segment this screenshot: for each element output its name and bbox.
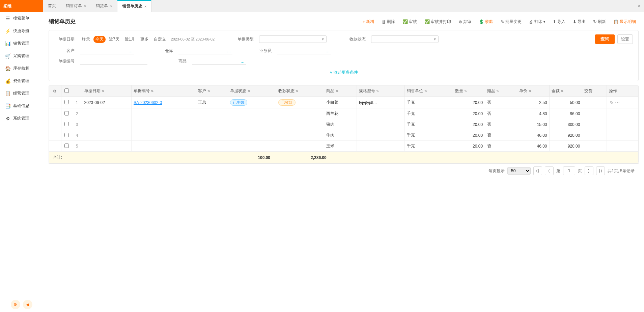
- unit-column-header[interactable]: 销售单位 ⇅: [405, 85, 453, 97]
- audit-button[interactable]: ✅ 审核: [400, 18, 420, 26]
- doc-no-sort-icon[interactable]: ⇅: [151, 89, 153, 93]
- goods-dots[interactable]: ...: [241, 58, 245, 64]
- warehouse-dots[interactable]: ...: [227, 48, 231, 53]
- last-page-button[interactable]: ⟩⟩: [596, 166, 605, 175]
- sidebar-item-sales-mgmt[interactable]: 📊 销售管理: [0, 37, 43, 50]
- customer-dots[interactable]: ...: [129, 48, 133, 53]
- sidebar-settings-btn[interactable]: ⚙: [11, 300, 20, 309]
- tab-sales-delivery[interactable]: 销货单 ×: [91, 0, 117, 12]
- qty-column-header[interactable]: 数量 ⇅: [453, 85, 485, 97]
- tab-sales-order[interactable]: 销售订单 ×: [61, 0, 91, 12]
- select-all-checkbox[interactable]: [64, 88, 69, 93]
- amount-sort-icon[interactable]: ⇅: [561, 89, 563, 93]
- sidebar-item-basic-info[interactable]: 📑 基础信息: [0, 100, 43, 112]
- collapse-button[interactable]: ∧ 收起更多条件: [325, 68, 362, 77]
- collect-status-column-header[interactable]: 收款状态 ⇅: [276, 85, 324, 97]
- row-doc-no-2[interactable]: [132, 119, 196, 130]
- gift-sort-icon[interactable]: ⇅: [496, 89, 499, 93]
- new-button[interactable]: + 新增: [360, 18, 377, 26]
- customer-column-header[interactable]: 客户 ⇅: [196, 85, 228, 97]
- sidebar-item-quick-nav[interactable]: ⚡ 快捷导航: [0, 25, 43, 37]
- doc-date-column-header[interactable]: 单据日期 ⇅: [82, 85, 132, 97]
- filter-settings-button[interactable]: 设置: [617, 34, 633, 44]
- doc-no-link-0[interactable]: SA-20230602-0: [134, 100, 162, 105]
- shortcut-yesterday[interactable]: 昨天: [80, 36, 92, 43]
- doc-date-sort-icon[interactable]: ⇅: [102, 89, 104, 93]
- spec-sort-icon[interactable]: ⇅: [376, 89, 379, 93]
- row-checkbox-4[interactable]: [61, 141, 72, 152]
- first-page-button[interactable]: ⟨⟨: [533, 166, 542, 175]
- sidebar-collapse-btn[interactable]: ◀: [23, 300, 32, 309]
- page-input[interactable]: [563, 166, 575, 175]
- import-button[interactable]: ⬆ 导入: [550, 18, 568, 26]
- row-select-4[interactable]: [64, 144, 69, 148]
- sidebar-item-funds-mgmt[interactable]: 💰 资金管理: [0, 75, 43, 87]
- close-all-tabs[interactable]: ×: [638, 3, 644, 9]
- row-select-0[interactable]: [64, 100, 69, 104]
- per-page-select[interactable]: 50 100 200: [507, 167, 531, 175]
- staff-dots[interactable]: ...: [326, 48, 330, 53]
- warehouse-input[interactable]: [178, 47, 226, 54]
- doc-no-column-header[interactable]: 单据编号 ⇅: [132, 85, 196, 97]
- row-doc-no-4[interactable]: [132, 141, 196, 152]
- sidebar-item-search-menu[interactable]: ☰ 搜索菜单: [0, 12, 43, 25]
- shortcut-custom[interactable]: 自定义: [152, 36, 168, 43]
- goods-sort-icon[interactable]: ⇅: [336, 89, 338, 93]
- tab-sales-history[interactable]: 销货单历史 ×: [117, 0, 151, 12]
- tab-sales-delivery-close[interactable]: ×: [110, 4, 112, 8]
- collect-status-select[interactable]: [371, 35, 439, 43]
- row-doc-no-1[interactable]: [132, 108, 196, 119]
- sidebar-item-ops-mgmt[interactable]: 📋 经营管理: [0, 87, 43, 100]
- unit-price-sort-icon[interactable]: ⇅: [529, 89, 531, 93]
- amount-column-header[interactable]: 金额 ⇅: [549, 85, 582, 97]
- action-edit-0[interactable]: ✎: [610, 100, 614, 105]
- collect-button[interactable]: 💲 收款: [476, 18, 496, 26]
- audit-print-button[interactable]: ✅ 审核并打印: [422, 18, 454, 26]
- row-select-2[interactable]: [64, 122, 69, 126]
- row-checkbox-2[interactable]: [61, 119, 72, 130]
- row-checkbox-1[interactable]: [61, 108, 72, 119]
- goods-column-header[interactable]: 商品 ⇅: [324, 85, 357, 97]
- unit-sort-icon[interactable]: ⇅: [424, 89, 427, 93]
- spec-column-header[interactable]: 规格型号 ⇅: [357, 85, 404, 97]
- export-button[interactable]: ⬇ 导出: [570, 18, 588, 26]
- row-doc-no-0[interactable]: SA-20230602-0: [132, 97, 196, 108]
- doc-status-column-header[interactable]: 单据状态 ⇅: [228, 85, 276, 97]
- collect-status-sort-icon[interactable]: ⇅: [296, 89, 298, 93]
- doc-no-input[interactable]: [80, 58, 147, 65]
- row-doc-no-3[interactable]: [132, 130, 196, 141]
- doc-type-select[interactable]: [259, 35, 327, 43]
- gear-column-header[interactable]: ⚙: [49, 85, 61, 97]
- row-checkbox-3[interactable]: [61, 130, 72, 141]
- row-checkbox-0[interactable]: [61, 97, 72, 108]
- next-page-button[interactable]: ⟩: [585, 166, 593, 175]
- prev-page-button[interactable]: ⟨: [545, 166, 554, 175]
- abandon-button[interactable]: ⊗ 弃审: [456, 18, 474, 26]
- shortcut-more[interactable]: 更多: [138, 36, 150, 43]
- qty-sort-icon[interactable]: ⇅: [464, 89, 467, 93]
- shortcut-7days[interactable]: 近7天: [107, 36, 121, 43]
- shortcut-1month[interactable]: 近1月: [123, 36, 137, 43]
- unit-price-column-header[interactable]: 单价 ⇅: [517, 85, 549, 97]
- sidebar-item-purchase-mgmt[interactable]: 🛒 采购管理: [0, 50, 43, 62]
- batch-change-button[interactable]: ✎ 批量变更: [498, 18, 524, 26]
- tab-sales-history-close[interactable]: ×: [144, 4, 146, 8]
- goods-input[interactable]: [192, 58, 239, 64]
- staff-input[interactable]: [277, 47, 324, 54]
- query-button[interactable]: 查询: [595, 34, 615, 44]
- sidebar-item-inventory[interactable]: 🏠 库存核算: [0, 62, 43, 75]
- tab-sales-order-close[interactable]: ×: [84, 4, 86, 8]
- show-details-button[interactable]: 📋 显示明细: [611, 18, 639, 26]
- tab-home[interactable]: 首页: [43, 0, 61, 12]
- row-select-3[interactable]: [64, 133, 69, 137]
- delete-button[interactable]: 🗑 删除: [379, 18, 398, 26]
- checkbox-column-header[interactable]: [61, 85, 72, 97]
- gift-column-header[interactable]: 赠品 ⇅: [485, 85, 517, 97]
- sidebar-item-sys-mgmt[interactable]: ⚙ 系统管理: [0, 112, 43, 125]
- action-more-0[interactable]: ⋯: [615, 100, 620, 105]
- customer-input[interactable]: [80, 47, 127, 54]
- refresh-button[interactable]: ↻ 刷新: [590, 18, 609, 26]
- customer-sort-icon[interactable]: ⇅: [207, 89, 210, 93]
- row-select-1[interactable]: [64, 111, 69, 115]
- shortcut-today[interactable]: 今天: [93, 36, 106, 43]
